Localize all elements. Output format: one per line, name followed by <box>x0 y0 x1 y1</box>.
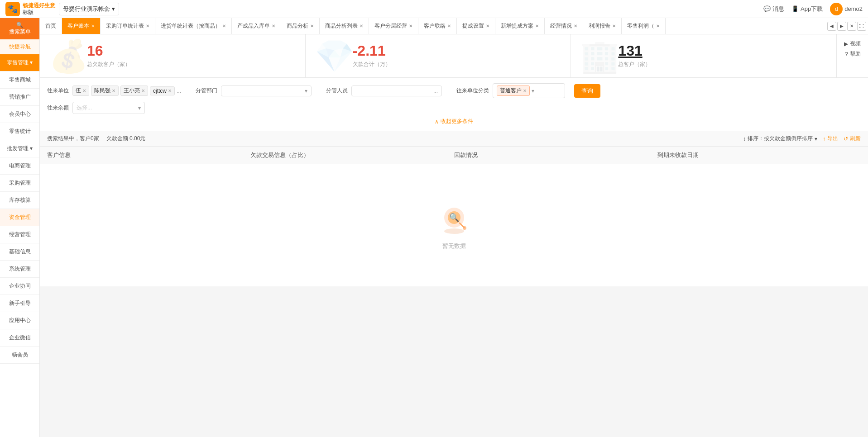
tab-customer-accounts[interactable]: 客户账本 ✕ <box>62 18 101 34</box>
remove-wu-icon[interactable]: ✕ <box>82 88 86 93</box>
close-icon[interactable]: ✕ <box>409 24 412 28</box>
collapse-btn[interactable]: ∧ 收起更多条件 <box>47 118 861 125</box>
tab-fullscreen-btn[interactable]: ⛶ <box>857 22 866 31</box>
company-selector[interactable]: 母婴行业演示帐套 ▾ <box>59 3 119 15</box>
tab-close-all-btn[interactable]: ✕ <box>847 22 856 31</box>
sidebar-item-operations[interactable]: 经营管理 <box>0 226 39 243</box>
unit-type-dropdown-icon: ▾ <box>532 88 534 94</box>
filter-more-btn[interactable]: ... <box>177 88 181 94</box>
svg-point-4 <box>463 226 466 230</box>
balance-filter-select[interactable]: 选择... ▾ <box>72 102 145 114</box>
stat-card-total: 🏢 131 总客户（家） <box>571 34 837 77</box>
filter-tag-chen[interactable]: 陈民强 ✕ <box>91 86 119 96</box>
close-icon[interactable]: ✕ <box>146 24 149 28</box>
sidebar-item-system[interactable]: 系统管理 <box>0 261 39 278</box>
tab-new-promo[interactable]: 新增提成方案 ✕ <box>495 18 545 34</box>
sidebar-item-member[interactable]: 畅会员 <box>0 347 39 364</box>
sidebar-item-marketing[interactable]: 营销推广 <box>0 89 39 106</box>
app-download-btn[interactable]: 📱 App下载 <box>791 5 823 13</box>
sidebar-item-new-user[interactable]: 新手引导 <box>0 295 39 312</box>
tab-product-analysis-list[interactable]: 商品分析列表 ✕ <box>320 18 369 34</box>
balance-filter-label: 往来余额 <box>47 104 69 112</box>
sidebar-item-member-center[interactable]: 会员中心 <box>0 106 39 123</box>
close-icon[interactable]: ✕ <box>91 24 95 28</box>
close-icon[interactable]: ✕ <box>447 24 451 28</box>
tab-operations-status[interactable]: 经营情况 ✕ <box>545 18 583 34</box>
sidebar-search[interactable]: 🔍 搜索菜单 <box>0 18 39 39</box>
user-menu[interactable]: d demo2 <box>830 3 863 15</box>
help-btn[interactable]: ? 帮助 <box>845 50 861 58</box>
sort-selector[interactable]: ↕ 排序：按欠款金额倒序排序 ▾ <box>743 135 817 142</box>
query-button[interactable]: 查询 <box>574 84 600 98</box>
sidebar-item-retail-stats[interactable]: 零售统计 <box>0 123 39 140</box>
sidebar-item-retail-management[interactable]: 零售管理 ▾ <box>0 54 39 71</box>
person-more-btn[interactable]: ... <box>433 88 438 94</box>
tab-inbound-stats[interactable]: 进货单统计表（按商品） ✕ <box>155 18 232 34</box>
filter-tag-cjttcw[interactable]: cjttcw ✕ <box>150 86 175 95</box>
tab-customer-tier[interactable]: 客户分层经营 ✕ <box>369 18 418 34</box>
sidebar: 🔍 搜索菜单 快捷导航 零售管理 ▾ 零售商城 营销推广 会员中心 零售统计 批… <box>0 18 40 437</box>
top-bar: 🐾 畅捷通好生意 标版 母婴行业演示帐套 ▾ 💬 消息 📱 App下载 d de… <box>0 0 868 18</box>
sidebar-item-retail-store[interactable]: 零售商城 <box>0 71 39 89</box>
export-btn[interactable]: ↑ 导出 <box>823 135 838 142</box>
sidebar-item-wechat[interactable]: 企业微信 <box>0 329 39 347</box>
result-count: 搜索结果中，客户0家 <box>47 135 99 142</box>
sidebar-item-capital[interactable]: 资金管理 <box>0 209 39 226</box>
col-header-debt: 欠款交易信息（占比） <box>250 151 454 159</box>
close-icon[interactable]: ✕ <box>272 24 275 28</box>
unit-filter-label: 往来单位 <box>47 87 69 95</box>
empty-text: 暂无数据 <box>442 242 466 250</box>
close-icon[interactable]: ✕ <box>360 24 363 28</box>
message-btn[interactable]: 💬 消息 <box>763 5 784 13</box>
video-help-area: ▶ 视频 ? 帮助 <box>837 34 868 77</box>
results-info: 搜索结果中，客户0家 欠款金额 0.00元 <box>47 135 145 142</box>
refresh-btn[interactable]: ↺ 刷新 <box>844 135 861 142</box>
tab-home[interactable]: 首页 <box>40 18 62 34</box>
tab-purchase-order-stats[interactable]: 采购订单统计表 ✕ <box>101 18 155 34</box>
person-filter-label: 分管人员 <box>326 87 348 95</box>
search-results-bar: 搜索结果中，客户0家 欠款金额 0.00元 ↕ 排序：按欠款金额倒序排序 ▾ ↑… <box>40 131 868 147</box>
unit-type-filter-select[interactable]: 普通客户 ✕ ▾ <box>493 83 565 98</box>
refresh-icon: ↺ <box>844 136 848 142</box>
filter-row-1: 往来单位 伍 ✕ 陈民强 ✕ 王小亮 ✕ <box>47 83 861 98</box>
remove-chen-icon[interactable]: ✕ <box>112 88 115 93</box>
person-filter-select[interactable]: ... <box>351 86 442 96</box>
remove-cjttcw-icon[interactable]: ✕ <box>168 88 172 93</box>
sidebar-item-inventory[interactable]: 库存核算 <box>0 192 39 209</box>
close-icon[interactable]: ✕ <box>656 24 660 28</box>
sidebar-item-enterprise[interactable]: 企业协同 <box>0 278 39 295</box>
tab-product-inbound[interactable]: 产成品入库单 ✕ <box>232 18 281 34</box>
remove-normal-customer-icon[interactable]: ✕ <box>523 88 527 93</box>
tab-retail-profit[interactable]: 零售利润（ ✕ <box>622 18 666 34</box>
filter-tag-wang[interactable]: 王小亮 ✕ <box>120 86 148 96</box>
sidebar-item-ecommerce[interactable]: 电商管理 <box>0 157 39 175</box>
sidebar-item-app-center[interactable]: 应用中心 <box>0 312 39 329</box>
close-icon[interactable]: ✕ <box>535 24 539 28</box>
chevron-up-icon: ∧ <box>435 119 439 125</box>
svg-text:🔍: 🔍 <box>449 213 460 223</box>
remove-wang-icon[interactable]: ✕ <box>141 88 145 93</box>
close-icon[interactable]: ✕ <box>612 24 616 28</box>
tab-product-analysis[interactable]: 商品分析 ✕ <box>281 18 320 34</box>
unit-filter-tags: 伍 ✕ 陈民强 ✕ 王小亮 ✕ cjttcw ✕ <box>72 86 181 96</box>
sidebar-item-purchase[interactable]: 采购管理 <box>0 175 39 192</box>
sidebar-item-wholesale[interactable]: 批发管理 ▾ <box>0 140 39 157</box>
video-btn[interactable]: ▶ 视频 <box>844 40 861 48</box>
stat-card-debt: 💎 -2.11 欠款合计（万） <box>306 34 571 77</box>
tab-promotion-settings[interactable]: 提成设置 ✕ <box>457 18 495 34</box>
sidebar-quick-nav[interactable]: 快捷导航 <box>0 39 39 54</box>
close-icon[interactable]: ✕ <box>486 24 489 28</box>
tab-profit-report[interactable]: 利润报告 ✕ <box>583 18 622 34</box>
close-icon[interactable]: ✕ <box>310 24 314 28</box>
close-icon[interactable]: ✕ <box>574 24 577 28</box>
tab-prev-btn[interactable]: ◀ <box>827 22 836 31</box>
filter-tag-normal-customer[interactable]: 普通客户 ✕ <box>497 86 530 96</box>
stat-value-debt: -2.11 <box>353 43 391 58</box>
dept-filter-select[interactable]: ▾ <box>221 86 312 96</box>
close-icon[interactable]: ✕ <box>222 24 226 28</box>
svg-point-0 <box>444 228 464 234</box>
tab-customer-contact[interactable]: 客户联络 ✕ <box>418 18 457 34</box>
tab-next-btn[interactable]: ▶ <box>837 22 846 31</box>
filter-tag-wu[interactable]: 伍 ✕ <box>72 86 89 96</box>
sidebar-item-basic-info[interactable]: 基础信息 <box>0 243 39 261</box>
